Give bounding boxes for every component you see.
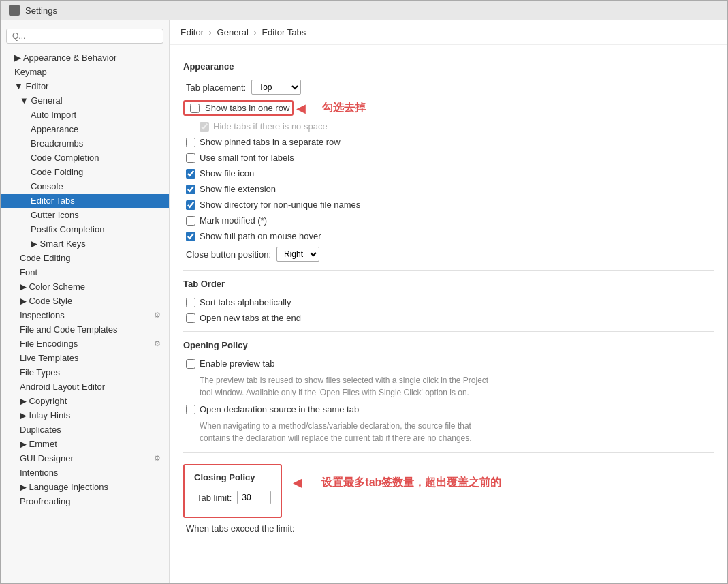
- closing-policy-container: Closing Policy Tab limit: ◀ 设置最多tab签数量，超…: [183, 461, 714, 518]
- sidebar-item-label-editor: ▼ Editor: [9, 81, 161, 91]
- show-tabs-label[interactable]: Show tabs in one row: [187, 103, 289, 113]
- close-button-select[interactable]: Right Left None: [276, 247, 319, 262]
- open-new-end-label[interactable]: Open new tabs at the end: [186, 313, 301, 323]
- sidebar-item-label-breadcrumbs: Breadcrumbs: [9, 138, 161, 149]
- sidebar-item-file-types[interactable]: File Types: [1, 365, 169, 380]
- enable-preview-label[interactable]: Enable preview tab: [186, 358, 275, 369]
- use-small-font-label[interactable]: Use small font for labels: [186, 153, 294, 163]
- show-pinned-checkbox[interactable]: [186, 138, 195, 147]
- show-file-icon-label[interactable]: Show file icon: [186, 168, 254, 179]
- breadcrumb-part1: Editor: [180, 27, 204, 37]
- sidebar-item-badge-file-encodings: ⚙: [154, 339, 161, 348]
- sort-alphabetically-checkbox[interactable]: [186, 298, 195, 307]
- show-directory-label[interactable]: Show directory for non-unique file names: [186, 200, 360, 210]
- open-declaration-checkbox[interactable]: [186, 405, 195, 414]
- breadcrumb-part2: General: [217, 27, 249, 37]
- sidebar-item-label-intentions: Intentions: [9, 467, 161, 478]
- mark-modified-label[interactable]: Mark modified (*): [186, 215, 267, 226]
- sidebar-item-gutter-icons[interactable]: Gutter Icons: [1, 208, 169, 222]
- when-tabs-exceed-row: When tabs exceed the limit:: [183, 523, 714, 534]
- main-content: Editor › General › Editor Tabs Appearanc…: [170, 20, 727, 583]
- sidebar-item-intentions[interactable]: Intentions: [1, 465, 169, 480]
- sidebar-item-label-appearance-behavior: ▶ Appearance & Behavior: [9, 52, 161, 63]
- annotation-zh-1: 勾选去掉: [322, 101, 366, 115]
- search-box[interactable]: [6, 29, 163, 44]
- sidebar-item-label-gutter-icons: Gutter Icons: [9, 210, 161, 220]
- sidebar-item-appearance-behavior[interactable]: ▶ Appearance & Behavior: [1, 50, 169, 65]
- sidebar-item-gui-designer[interactable]: GUI Designer⚙: [1, 451, 169, 465]
- hide-tabs-label: Hide tabs if there is no space: [200, 121, 328, 132]
- sidebar-item-editor[interactable]: ▼ Editor: [1, 79, 169, 93]
- mark-modified-checkbox[interactable]: [186, 216, 195, 226]
- sidebar-item-color-scheme[interactable]: ▶ Color Scheme: [1, 279, 169, 294]
- open-new-end-checkbox[interactable]: [186, 313, 195, 323]
- open-new-end-row: Open new tabs at the end: [183, 313, 714, 323]
- sidebar-item-console[interactable]: Console: [1, 179, 169, 194]
- sidebar-item-inspections[interactable]: Inspections⚙: [1, 308, 169, 322]
- sidebar-item-copyright[interactable]: ▶ Copyright: [1, 394, 169, 408]
- sidebar-item-inlay-hints[interactable]: ▶ Inlay Hints: [1, 408, 169, 422]
- use-small-font-checkbox[interactable]: [186, 153, 195, 163]
- tab-limit-input[interactable]: [237, 491, 271, 504]
- sidebar-item-label-inlay-hints: ▶ Inlay Hints: [9, 410, 161, 420]
- sidebar-item-breadcrumbs[interactable]: Breadcrumbs: [1, 136, 169, 151]
- sidebar-item-label-code-completion: Code Completion: [9, 153, 161, 163]
- sort-alphabetically-label[interactable]: Sort tabs alphabetically: [186, 297, 291, 307]
- sidebar-item-label-file-encodings: File Encodings: [9, 339, 154, 349]
- tab-placement-select[interactable]: Top Bottom Left Right None: [251, 80, 301, 95]
- sidebar-item-label-font: Font: [9, 267, 161, 277]
- sidebar-item-live-templates[interactable]: Live Templates: [1, 351, 169, 365]
- sidebar: ▶ Appearance & BehaviorKeymap▼ Editor▼ G…: [1, 20, 170, 583]
- mark-modified-row: Mark modified (*): [183, 215, 714, 226]
- show-tabs-row: Show tabs in one row ◀ 勾选去掉: [183, 100, 714, 116]
- sidebar-item-code-editing[interactable]: Code Editing: [1, 251, 169, 265]
- sidebar-item-font[interactable]: Font: [1, 265, 169, 279]
- sidebar-item-proofreading[interactable]: Proofreading: [1, 494, 169, 508]
- sidebar-item-code-style[interactable]: ▶ Code Style: [1, 294, 169, 308]
- sidebar-item-smart-keys[interactable]: ▶ Smart Keys: [1, 236, 169, 251]
- show-full-path-label[interactable]: Show full path on mouse hover: [186, 231, 321, 241]
- sidebar-item-postfix-completion[interactable]: Postfix Completion: [1, 222, 169, 236]
- enable-preview-checkbox[interactable]: [186, 359, 195, 369]
- sidebar-item-emmet[interactable]: ▶ Emmet: [1, 437, 169, 451]
- enable-preview-row: Enable preview tab: [183, 358, 714, 369]
- show-directory-checkbox[interactable]: [186, 200, 195, 210]
- sidebar-item-general[interactable]: ▼ General: [1, 93, 169, 108]
- sidebar-item-file-code-templates[interactable]: File and Code Templates: [1, 322, 169, 337]
- sidebar-item-auto-import[interactable]: Auto Import: [1, 108, 169, 122]
- sidebar-item-android-layout-editor[interactable]: Android Layout Editor: [1, 380, 169, 394]
- show-file-extension-checkbox[interactable]: [186, 185, 195, 194]
- sidebar-item-label-smart-keys: ▶ Smart Keys: [9, 239, 161, 249]
- sidebar-item-label-file-code-templates: File and Code Templates: [9, 324, 161, 335]
- sidebar-item-label-inspections: Inspections: [9, 310, 154, 320]
- tab-placement-label: Tab placement:: [186, 82, 246, 93]
- show-tabs-checkbox[interactable]: [190, 104, 200, 113]
- sidebar-item-keymap[interactable]: Keymap: [1, 65, 169, 79]
- sidebar-item-label-emmet: ▶ Emmet: [9, 439, 161, 449]
- sidebar-item-label-keymap: Keymap: [9, 67, 161, 77]
- breadcrumb-sep2: ›: [253, 27, 256, 37]
- sidebar-item-appearance[interactable]: Appearance: [1, 122, 169, 136]
- sidebar-item-language-injections[interactable]: ▶ Language Injections: [1, 480, 169, 494]
- search-input[interactable]: [6, 29, 163, 44]
- hide-tabs-checkbox: [200, 122, 209, 132]
- show-tabs-redbox: Show tabs in one row: [183, 100, 294, 116]
- show-file-icon-checkbox[interactable]: [186, 169, 195, 179]
- opening-policy-section-title: Opening Policy: [183, 340, 714, 350]
- sidebar-item-code-folding[interactable]: Code Folding: [1, 165, 169, 179]
- sidebar-item-label-gui-designer: GUI Designer: [9, 453, 154, 463]
- show-full-path-checkbox[interactable]: [186, 232, 195, 241]
- show-pinned-label[interactable]: Show pinned tabs in a separate row: [186, 137, 341, 147]
- show-directory-row: Show directory for non-unique file names: [183, 200, 714, 210]
- breadcrumb-sep1: ›: [209, 27, 212, 37]
- sidebar-item-duplicates[interactable]: Duplicates: [1, 422, 169, 437]
- open-declaration-label[interactable]: Open declaration source in the same tab: [186, 404, 359, 414]
- sidebar-item-label-code-editing: Code Editing: [9, 253, 161, 263]
- sidebar-item-editor-tabs[interactable]: Editor Tabs: [1, 194, 169, 208]
- sidebar-item-file-encodings[interactable]: File Encodings⚙: [1, 337, 169, 351]
- window-title: Settings: [25, 5, 57, 16]
- annotation-zh-2: 设置最多tab签数量，超出覆盖之前的: [321, 476, 501, 490]
- sidebar-item-label-editor-tabs: Editor Tabs: [9, 196, 161, 206]
- sidebar-item-code-completion[interactable]: Code Completion: [1, 151, 169, 165]
- show-file-extension-label[interactable]: Show file extension: [186, 184, 276, 194]
